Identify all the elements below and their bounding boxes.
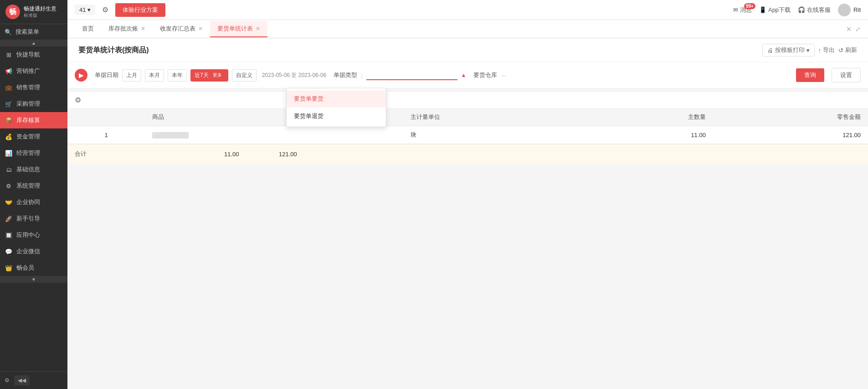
table-settings-icon[interactable]: ⚙: [75, 96, 81, 104]
product-placeholder: [152, 132, 189, 138]
last-7days-label: 近7天: [195, 72, 209, 79]
this-year-btn[interactable]: 本年: [168, 69, 187, 82]
sidebar-item-label: 企业协同: [16, 198, 40, 206]
dropdown-item-order-return[interactable]: 要货单退货: [287, 107, 386, 125]
logo-text: 畅捷通好生意 标准版: [24, 5, 56, 19]
tab-home[interactable]: 首页: [75, 21, 101, 37]
collapse-btn[interactable]: ◀◀: [14, 375, 30, 385]
store-number: 41: [79, 6, 86, 13]
tab-batch-account-label: 库存批次账: [108, 25, 138, 33]
query-btn[interactable]: 查询: [796, 68, 824, 82]
page-content: 要货单统计表(按商品) 🖨 按模板打印 ▾ ↑ 导出 ↺ 刷新: [67, 38, 868, 389]
sidebar-item-marketing[interactable]: 📢 营销推广: [0, 63, 67, 79]
sidebar-item-guide[interactable]: 🚀 新手引导: [0, 210, 67, 227]
sidebar: 畅 畅捷通好生意 标准版 🔍 搜索菜单 ▲ ⊞ 快捷导航 📢 营销推广 💼 销售…: [0, 0, 67, 389]
phone-icon: 📱: [759, 6, 766, 13]
sidebar-item-sales[interactable]: 💼 销售管理: [0, 79, 67, 96]
date-filter-label: 单据日期: [95, 71, 118, 79]
sidebar-item-label: 基础信息: [16, 165, 40, 174]
refresh-label: 刷新: [845, 46, 857, 54]
search-menu-item[interactable]: 🔍 搜索菜单: [0, 24, 67, 40]
enterprise-icon: 🤝: [5, 199, 13, 206]
type-filter-input[interactable]: [366, 71, 457, 80]
sidebar-item-finance[interactable]: 💰 资金管理: [0, 128, 67, 145]
user-menu[interactable]: Rit: [838, 4, 861, 16]
refresh-btn[interactable]: ↺ 刷新: [838, 46, 857, 54]
tab-order-stats-close[interactable]: ✕: [256, 26, 260, 32]
filter-toggle-btn[interactable]: ▶: [75, 69, 87, 82]
messages-btn[interactable]: ✉ 消息 99+: [733, 6, 752, 14]
sidebar-item-label: 采购管理: [16, 100, 40, 108]
operations-icon: 📊: [5, 150, 13, 157]
sidebar-item-label: 资金管理: [16, 133, 40, 141]
store-dropdown-icon: ▾: [87, 6, 91, 13]
tab-shipment-summary[interactable]: 收发存汇总表 ✕: [153, 21, 210, 37]
message-icon: ✉: [733, 6, 738, 13]
user-avatar: [838, 4, 851, 16]
sidebar-item-system[interactable]: ⚙ 系统管理: [0, 178, 67, 194]
this-month-btn[interactable]: 本月: [145, 69, 164, 82]
last-7days-btn[interactable]: 近7天 更多: [190, 69, 228, 82]
sidebar-item-quick-nav[interactable]: ⊞ 快捷导航: [0, 46, 67, 63]
user-name: Rit: [853, 6, 861, 13]
close-all-tabs-btn[interactable]: ✕: [846, 26, 852, 33]
service-icon: 🎧: [798, 6, 805, 13]
app-download-btn[interactable]: 📱 App下载: [759, 6, 791, 14]
custom-date-btn[interactable]: 自定义: [232, 69, 257, 82]
set-btn[interactable]: 设置: [832, 68, 861, 82]
logo-line2: 标准版: [24, 12, 56, 18]
type-dropdown-arrow[interactable]: ▲: [461, 72, 467, 78]
footer-total-qty: 11.00: [224, 151, 239, 158]
prev-month-btn[interactable]: 上月: [122, 69, 141, 82]
sidebar-item-purchase[interactable]: 🛒 采购管理: [0, 96, 67, 112]
type-separator: |: [361, 72, 362, 79]
sidebar-item-operations[interactable]: 📊 经营管理: [0, 145, 67, 161]
refresh-icon: ↺: [838, 47, 843, 54]
inventory-icon: 📦: [5, 117, 13, 124]
settings-icon[interactable]: ⚙: [5, 377, 10, 384]
sidebar-item-label: 经营管理: [16, 149, 40, 157]
tab-shipment-summary-close[interactable]: ✕: [198, 26, 203, 32]
table-toolbar: ⚙: [67, 92, 868, 108]
print-icon: 🖨: [767, 47, 773, 54]
quick-nav-icon: ⊞: [5, 51, 13, 58]
sidebar-item-enterprise[interactable]: 🤝 企业协同: [0, 194, 67, 210]
warehouse-more-btn[interactable]: ···: [501, 72, 506, 79]
sidebar-nav: ⊞ 快捷导航 📢 营销推广 💼 销售管理 🛒 采购管理 📦 库存核算 💰 资金管…: [0, 46, 67, 276]
sidebar-item-label: 快捷导航: [16, 51, 40, 59]
search-icon: 🔍: [5, 29, 12, 36]
sidebar-item-member[interactable]: 👑 畅会员: [0, 260, 67, 276]
col-header-amount: 零售金额: [713, 108, 868, 126]
sidebar-item-wecom[interactable]: 💬 企业微信: [0, 243, 67, 260]
restore-tabs-btn[interactable]: ⤢: [855, 26, 861, 33]
trial-btn[interactable]: 体验行业方案: [115, 3, 165, 17]
col-header-unit: 主计量单位: [403, 108, 558, 126]
marketing-icon: 📢: [5, 68, 13, 75]
chevron-right-icon: ▶: [79, 72, 84, 79]
online-service-label: 在线客服: [807, 6, 831, 14]
sidebar-item-inventory[interactable]: 📦 库存核算: [0, 112, 67, 128]
scroll-down-btn[interactable]: ▼: [0, 276, 67, 283]
tab-batch-account[interactable]: 库存批次账 ✕: [101, 21, 153, 37]
sidebar-bottom: ⚙ ◀◀: [0, 371, 67, 389]
export-btn[interactable]: ↑ 导出: [818, 46, 835, 54]
sidebar-item-appstore[interactable]: 🔲 应用中心: [0, 227, 67, 243]
sidebar-item-label: 企业微信: [16, 247, 40, 256]
header-settings-btn[interactable]: ⚙: [99, 4, 112, 16]
header: 41 ▾ ⚙ 体验行业方案 ✉ 消息 99+ 📱 App下载 🎧 在线客服 R: [67, 0, 868, 20]
tab-order-stats[interactable]: 要货单统计表 ✕: [210, 21, 267, 37]
print-btn[interactable]: 🖨 按模板打印 ▾: [762, 44, 815, 56]
store-selector[interactable]: 41 ▾: [75, 5, 95, 15]
logo-icon: 畅: [5, 5, 20, 19]
guide-icon: 🚀: [5, 215, 13, 222]
tab-batch-account-close[interactable]: ✕: [141, 26, 145, 32]
wecom-icon: 💬: [5, 248, 13, 255]
row-product: [145, 126, 403, 144]
scroll-up-btn[interactable]: ▲: [0, 40, 67, 46]
col-header-qty: 主数量: [558, 108, 713, 126]
app-download-label: App下载: [768, 6, 791, 14]
purchase-icon: 🛒: [5, 101, 13, 107]
dropdown-item-order-goods[interactable]: 要货单要货: [287, 90, 386, 107]
sidebar-item-basic[interactable]: 🗂 基础信息: [0, 161, 67, 178]
online-service-btn[interactable]: 🎧 在线客服: [798, 6, 831, 14]
